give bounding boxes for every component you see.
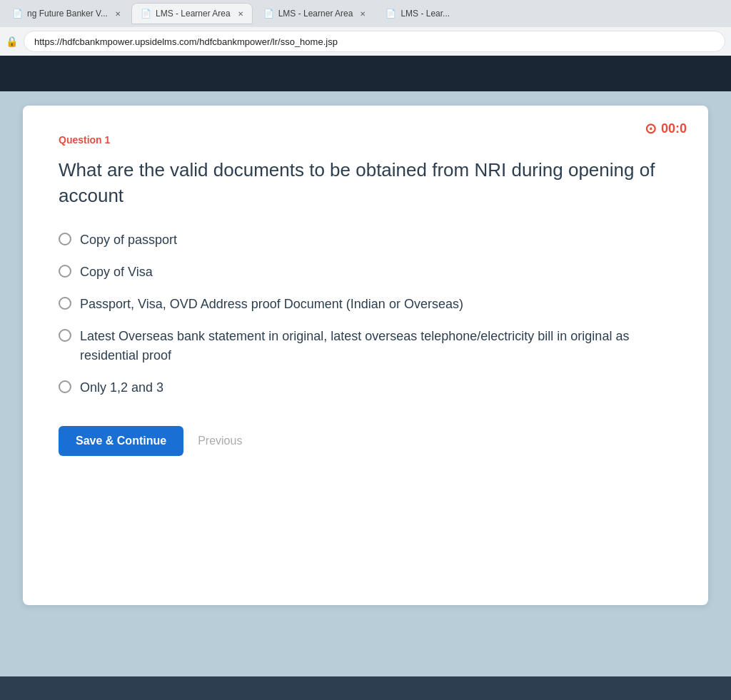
- url-text: https://hdfcbankmpower.upsidelms.com/hdf…: [34, 36, 338, 47]
- tab-icon-3: 📄: [263, 9, 274, 19]
- radio-option-2[interactable]: [59, 265, 71, 278]
- tab-close-3[interactable]: ✕: [360, 10, 366, 18]
- content-area: ⊙ 00:0 Question 1 What are the valid doc…: [0, 91, 731, 676]
- tab-label-4: LMS - Lear...: [400, 9, 450, 19]
- address-bar[interactable]: https://hdfcbankmpower.upsidelms.com/hdf…: [24, 31, 725, 52]
- tab-bar: 📄 ng Future Banker V... ✕ 📄 LMS - Learne…: [0, 0, 731, 27]
- radio-option-5[interactable]: [59, 380, 71, 393]
- tab-label-2: LMS - Learner Area: [156, 9, 231, 19]
- previous-button[interactable]: Previous: [198, 435, 242, 447]
- save-continue-button[interactable]: Save & Continue: [59, 426, 183, 456]
- option-3[interactable]: Passport, Visa, OVD Address proof Docume…: [59, 295, 672, 314]
- tab-future-banker[interactable]: 📄 ng Future Banker V... ✕: [3, 3, 130, 24]
- timer-icon: ⊙: [645, 120, 657, 137]
- tab-label-3: LMS - Learner Area: [278, 9, 353, 19]
- address-bar-row: 🔒 https://hdfcbankmpower.upsidelms.com/h…: [0, 27, 731, 56]
- tab-lms-3[interactable]: 📄 LMS - Lear...: [376, 3, 459, 24]
- tab-label-1: ng Future Banker V...: [27, 9, 108, 19]
- radio-option-1[interactable]: [59, 233, 71, 245]
- option-2[interactable]: Copy of Visa: [59, 263, 672, 282]
- browser-chrome: 📄 ng Future Banker V... ✕ 📄 LMS - Learne…: [0, 0, 731, 56]
- tab-close-2[interactable]: ✕: [238, 10, 243, 18]
- option-4[interactable]: Latest Overseas bank statement in origin…: [59, 327, 672, 365]
- dark-nav-bar: [0, 56, 731, 91]
- timer-value: 00:0: [661, 121, 687, 136]
- option-label-4: Latest Overseas bank statement in origin…: [80, 327, 672, 365]
- tab-icon-4: 📄: [385, 9, 396, 19]
- lock-icon: 🔒: [6, 36, 18, 47]
- radio-option-4[interactable]: [59, 329, 71, 342]
- question-text: What are the valid documents to be obtai…: [59, 157, 672, 209]
- option-label-2: Copy of Visa: [80, 263, 153, 282]
- option-1[interactable]: Copy of passport: [59, 230, 672, 250]
- tab-lms-1[interactable]: 📄 LMS - Learner Area ✕: [131, 3, 253, 24]
- tab-lms-2[interactable]: 📄 LMS - Learner Area ✕: [254, 3, 375, 24]
- tab-icon-2: 📄: [141, 9, 151, 19]
- option-label-3: Passport, Visa, OVD Address proof Docume…: [80, 295, 463, 314]
- tab-icon-1: 📄: [12, 9, 23, 19]
- tab-close-1[interactable]: ✕: [115, 10, 121, 18]
- option-5[interactable]: Only 1,2 and 3: [59, 378, 672, 397]
- quiz-card: ⊙ 00:0 Question 1 What are the valid doc…: [23, 106, 708, 605]
- button-row: Save & Continue Previous: [59, 426, 672, 456]
- radio-option-3[interactable]: [59, 297, 71, 310]
- option-label-5: Only 1,2 and 3: [80, 378, 163, 397]
- question-label: Question 1: [59, 134, 672, 146]
- option-label-1: Copy of passport: [80, 230, 177, 250]
- options-list: Copy of passport Copy of Visa Passport, …: [59, 230, 672, 397]
- timer-display: ⊙ 00:0: [645, 120, 687, 137]
